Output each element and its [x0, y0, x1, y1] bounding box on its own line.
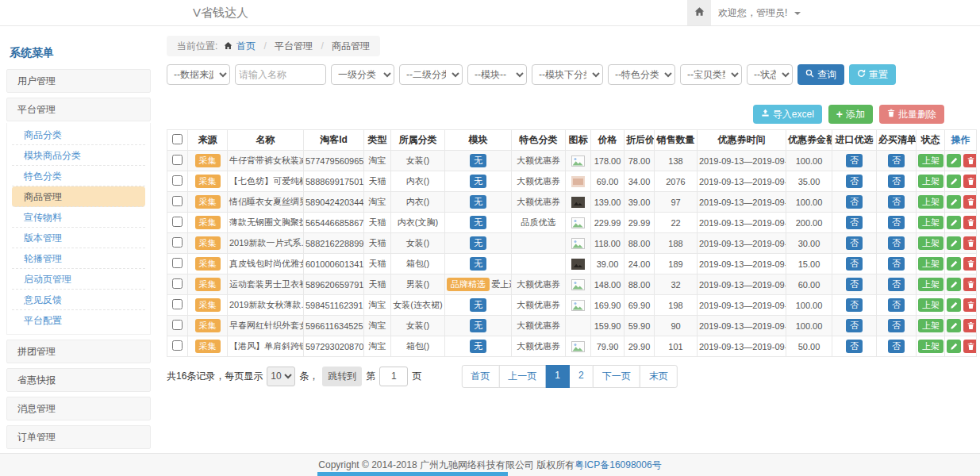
- delete-button[interactable]: [963, 319, 977, 332]
- delete-button[interactable]: [963, 216, 977, 229]
- must-buy-toggle-badge[interactable]: 否: [888, 257, 905, 271]
- sidebar-group-item[interactable]: 拼团管理: [6, 340, 151, 363]
- module-badge[interactable]: 无: [470, 216, 486, 229]
- delete-button[interactable]: [963, 175, 977, 188]
- row-checkbox[interactable]: [172, 155, 183, 165]
- delete-button[interactable]: [963, 257, 977, 271]
- status-select[interactable]: --状态--: [747, 64, 793, 85]
- edit-button[interactable]: [947, 216, 961, 229]
- name-input[interactable]: [235, 64, 326, 85]
- status-badge[interactable]: 上架: [918, 236, 943, 250]
- breadcrumb-home-link[interactable]: 首页: [236, 40, 256, 52]
- module-badge[interactable]: 无: [470, 236, 486, 250]
- pager-button[interactable]: 2: [569, 365, 594, 388]
- row-checkbox[interactable]: [172, 299, 183, 309]
- status-badge[interactable]: 上架: [918, 340, 943, 353]
- status-badge[interactable]: 上架: [918, 195, 943, 209]
- pager-button[interactable]: 下一页: [593, 365, 640, 388]
- pager-button[interactable]: 末页: [640, 365, 678, 388]
- data-source-select[interactable]: --数据来源--: [167, 64, 230, 85]
- import-excel-button[interactable]: 导入excel: [753, 105, 822, 124]
- sidebar-subitem[interactable]: 意见反馈: [12, 290, 145, 310]
- user-menu[interactable]: 欢迎您，管理员!: [718, 0, 801, 25]
- module-badge[interactable]: 无: [470, 298, 486, 312]
- row-checkbox[interactable]: [172, 237, 183, 248]
- imported-toggle-badge[interactable]: 否: [846, 257, 863, 271]
- sidebar-subitem[interactable]: 商品管理: [12, 186, 145, 207]
- icp-link[interactable]: 粤ICP备16098006号: [575, 459, 661, 470]
- jump-button[interactable]: 跳转到: [322, 367, 362, 386]
- module-sub-category-select[interactable]: --模块下分类--: [532, 64, 603, 85]
- sidebar-group-item[interactable]: 省惠快报: [6, 368, 151, 392]
- edit-button[interactable]: [947, 195, 961, 209]
- sidebar-subitem[interactable]: 模块商品分类: [12, 145, 145, 166]
- module-badge[interactable]: 无: [470, 154, 486, 167]
- search-button[interactable]: 查询: [797, 64, 844, 85]
- sidebar-subitem[interactable]: 轮播管理: [12, 248, 145, 269]
- batch-delete-button[interactable]: 批量删除: [879, 105, 944, 124]
- imported-toggle-badge[interactable]: 否: [846, 298, 863, 312]
- must-buy-toggle-badge[interactable]: 否: [888, 278, 905, 291]
- add-button[interactable]: + 添加: [828, 105, 873, 124]
- module-badge[interactable]: 无: [470, 340, 486, 353]
- imported-toggle-badge[interactable]: 否: [846, 195, 863, 209]
- item-type-select[interactable]: --宝贝类型--: [680, 64, 742, 85]
- module-badge[interactable]: 无: [470, 257, 486, 271]
- module-select[interactable]: --模块--: [467, 64, 527, 85]
- row-checkbox[interactable]: [172, 340, 183, 351]
- sidebar-group-item[interactable]: 用户管理: [6, 69, 151, 93]
- edit-button[interactable]: [947, 257, 961, 271]
- sidebar-subitem[interactable]: 宣传物料: [12, 207, 145, 228]
- status-badge[interactable]: 上架: [918, 257, 943, 271]
- sidebar-subitem[interactable]: 商品分类: [12, 125, 145, 145]
- sidebar-group-item[interactable]: 消息管理: [6, 397, 151, 420]
- module-badge[interactable]: 无: [470, 319, 486, 332]
- select-all-checkbox[interactable]: [172, 134, 183, 144]
- delete-button[interactable]: [963, 298, 977, 312]
- edit-button[interactable]: [947, 298, 961, 312]
- must-buy-toggle-badge[interactable]: 否: [888, 154, 905, 167]
- delete-button[interactable]: [963, 195, 977, 209]
- must-buy-toggle-badge[interactable]: 否: [888, 236, 905, 250]
- edit-button[interactable]: [947, 319, 961, 332]
- row-checkbox[interactable]: [172, 258, 183, 268]
- row-checkbox[interactable]: [172, 278, 183, 289]
- must-buy-toggle-badge[interactable]: 否: [888, 340, 905, 353]
- sidebar-subitem[interactable]: 启动页管理: [12, 269, 145, 290]
- edit-button[interactable]: [947, 236, 961, 250]
- imported-toggle-badge[interactable]: 否: [846, 319, 863, 332]
- module-badge[interactable]: 无: [470, 195, 486, 209]
- must-buy-toggle-badge[interactable]: 否: [888, 319, 905, 332]
- sidebar-subitem[interactable]: 版本管理: [12, 228, 145, 248]
- imported-toggle-badge[interactable]: 否: [846, 154, 863, 167]
- edit-button[interactable]: [947, 278, 961, 291]
- edit-button[interactable]: [947, 175, 961, 188]
- pager-button[interactable]: 1: [545, 365, 570, 388]
- level1-category-select[interactable]: 一级分类: [331, 64, 394, 85]
- status-badge[interactable]: 上架: [918, 319, 943, 332]
- row-checkbox[interactable]: [172, 320, 183, 330]
- home-nav-button[interactable]: [687, 0, 711, 25]
- must-buy-toggle-badge[interactable]: 否: [888, 175, 905, 188]
- row-checkbox[interactable]: [172, 196, 183, 206]
- status-badge[interactable]: 上架: [918, 216, 943, 229]
- imported-toggle-badge[interactable]: 否: [846, 278, 863, 291]
- sidebar-group-item[interactable]: 平台管理: [6, 98, 151, 121]
- pager-button[interactable]: 首页: [461, 365, 499, 388]
- imported-toggle-badge[interactable]: 否: [846, 340, 863, 353]
- edit-button[interactable]: [947, 340, 961, 353]
- must-buy-toggle-badge[interactable]: 否: [888, 298, 905, 312]
- status-badge[interactable]: 上架: [918, 154, 943, 167]
- sidebar-group-item[interactable]: 订单管理: [6, 425, 151, 449]
- feature-category-select[interactable]: --特色分类--: [608, 64, 675, 85]
- delete-button[interactable]: [963, 340, 977, 353]
- delete-button[interactable]: [963, 236, 977, 250]
- delete-button[interactable]: [963, 278, 977, 291]
- sidebar-subitem[interactable]: 平台配置: [12, 310, 145, 331]
- imported-toggle-badge[interactable]: 否: [846, 236, 863, 250]
- per-page-select[interactable]: 10: [267, 367, 295, 386]
- jump-page-input[interactable]: [379, 367, 408, 386]
- pager-button[interactable]: 上一页: [498, 365, 546, 388]
- must-buy-toggle-badge[interactable]: 否: [888, 216, 905, 229]
- edit-button[interactable]: [947, 154, 961, 167]
